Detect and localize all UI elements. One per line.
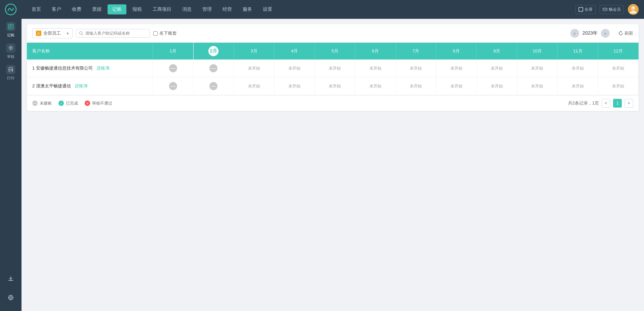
cell-name-2: 2 漠澳太平畅捷通信 进账簿 — [27, 77, 153, 95]
sidebar-item-audit[interactable]: 审核 — [0, 40, 22, 62]
col-header-feb: 2月 — [193, 43, 234, 60]
cell-jan-1: — — [153, 60, 193, 77]
fullscreen-button[interactable]: 全屏 — [575, 5, 596, 14]
sidebar-item-audit-label: 审核 — [7, 54, 14, 59]
nav-tax[interactable]: 报税 — [128, 4, 147, 14]
cell-name-1: 1 安徽畅捷通信息技术有限公司 进账簿 — [27, 60, 153, 77]
col-header-jul: 7月 — [396, 43, 436, 60]
search-input-wrap — [76, 29, 150, 38]
prev-page-button[interactable]: < — [602, 99, 610, 108]
sidebar-bottom — [0, 271, 22, 311]
pagination: 共2条记录，1页 < 1 > — [568, 99, 633, 108]
next-year-button[interactable]: › — [601, 29, 610, 38]
status-dash-jan-2: — — [169, 82, 177, 90]
legend-label-not-created: 未建账 — [40, 101, 52, 106]
svg-rect-20 — [603, 8, 607, 11]
search-input[interactable] — [85, 31, 147, 36]
employee-select[interactable]: 人 全部员工 ▾ — [32, 28, 73, 38]
customer-name-2: 漠澳太平畅捷通信 — [36, 83, 71, 88]
year-display: 2023年 — [582, 30, 598, 36]
year-nav: ‹ 2023年 › — [570, 29, 610, 38]
nav-services[interactable]: 服务 — [238, 4, 257, 14]
cell-may-2: 未开始 — [315, 77, 355, 95]
fullscreen-label: 全屏 — [585, 7, 593, 12]
cell-oct-1: 未开始 — [517, 60, 557, 77]
table-body: 1 安徽畅捷通信息技术有限公司 进账簿 — — 未开 — [27, 60, 639, 95]
employee-dropdown-arrow: ▾ — [67, 31, 69, 36]
legend-label-rejected: 审核不通过 — [92, 101, 112, 106]
svg-point-25 — [634, 8, 635, 9]
sidebar-item-support[interactable] — [0, 289, 22, 306]
sidebar-item-ledger-label: 记账 — [7, 33, 14, 38]
print-icon — [6, 65, 15, 74]
vip-label: 畅会员 — [609, 7, 621, 12]
ledger-link-2[interactable]: 进账簿 — [75, 83, 88, 88]
nav-management[interactable]: 管理 — [198, 4, 216, 14]
svg-rect-19 — [579, 7, 583, 11]
col-header-jun: 6月 — [355, 43, 396, 60]
nav-business[interactable]: 工商项目 — [148, 4, 176, 14]
employee-icon: 人 — [36, 31, 41, 36]
col-header-name: 客户名称 — [27, 43, 153, 60]
cell-nov-2: 未开始 — [558, 77, 598, 95]
col-header-jan: 1月 — [153, 43, 193, 60]
page-content: 人 全部员工 ▾ 名下账套 ‹ 2023年 — [22, 19, 644, 311]
col-header-oct: 10月 — [517, 43, 557, 60]
customer-index-2: 2 — [32, 83, 36, 88]
cell-feb-2: — — [193, 77, 234, 95]
col-header-mar: 3月 — [234, 43, 274, 60]
prev-year-button[interactable]: ‹ — [570, 29, 579, 38]
search-icon — [79, 31, 83, 36]
svg-point-24 — [632, 8, 633, 9]
ledger-link-1[interactable]: 进账簿 — [96, 66, 110, 71]
legend-icon-teal: ✓ — [58, 101, 64, 106]
cell-apr-1: 未开始 — [274, 60, 315, 77]
main-area: 首页 客户 收费 票据 记账 报税 工商项目 消息 管理 经营 服务 设置 全屏 — [22, 0, 644, 311]
sidebar: 记账 审核 打印 — [0, 0, 22, 311]
next-page-button[interactable]: > — [625, 99, 633, 108]
svg-point-6 — [10, 47, 11, 48]
refresh-button[interactable]: 刷新 — [618, 30, 633, 36]
sidebar-item-print[interactable]: 打印 — [0, 62, 22, 83]
current-page-button[interactable]: 1 — [613, 99, 622, 108]
legend-completed: ✓ 已完成 — [58, 101, 78, 106]
legend-icon-gray: — — [32, 101, 38, 106]
customer-index-1: 1 — [32, 66, 36, 71]
nav-messages[interactable]: 消息 — [177, 4, 196, 14]
legend-label-completed: 已完成 — [66, 101, 78, 106]
nav-operations[interactable]: 经营 — [218, 4, 237, 14]
nav-customers[interactable]: 客户 — [47, 4, 66, 14]
status-dash-feb-2: — — [209, 82, 217, 90]
audit-icon — [6, 43, 15, 53]
vip-button[interactable]: 畅会员 — [600, 5, 624, 14]
status-dash-feb-1: — — [209, 64, 217, 72]
cell-nov-1: 未开始 — [558, 60, 598, 77]
col-header-dec: 12月 — [598, 43, 638, 60]
table-header: 客户名称 1月 2月 3月 — [27, 43, 639, 60]
refresh-icon — [618, 31, 623, 36]
sidebar-item-print-label: 打印 — [7, 76, 14, 81]
sidebar-logo — [0, 0, 22, 19]
my-accounts-checkbox-label[interactable]: 名下账套 — [153, 30, 177, 36]
topnav: 首页 客户 收费 票据 记账 报税 工商项目 消息 管理 经营 服务 设置 全屏 — [22, 0, 644, 19]
my-accounts-label: 名下账套 — [159, 30, 177, 36]
nav-billing[interactable]: 收费 — [67, 4, 86, 14]
cell-dec-2: 未开始 — [598, 77, 638, 95]
table-scroll[interactable]: 客户名称 1月 2月 3月 — [27, 43, 639, 95]
nav-home[interactable]: 首页 — [27, 4, 46, 14]
cell-sep-1: 未开始 — [477, 60, 517, 77]
nav-settings[interactable]: 设置 — [258, 4, 277, 14]
nav-ledger[interactable]: 记账 — [108, 4, 126, 14]
col-header-nov: 11月 — [558, 43, 598, 60]
sidebar-item-download[interactable] — [0, 271, 22, 287]
sidebar-item-ledger[interactable]: 记账 — [0, 19, 22, 40]
cell-mar-1: 未开始 — [234, 60, 274, 77]
ledger-table: 客户名称 1月 2月 3月 — [27, 43, 639, 95]
my-accounts-checkbox[interactable] — [153, 31, 158, 36]
nav-invoices[interactable]: 票据 — [87, 4, 106, 14]
legend-icon-red: ✕ — [85, 101, 90, 106]
svg-line-27 — [82, 34, 83, 35]
legend-rejected: ✕ 审核不通过 — [85, 101, 112, 106]
employee-select-label: 全部员工 — [43, 30, 61, 36]
avatar[interactable] — [628, 4, 639, 15]
